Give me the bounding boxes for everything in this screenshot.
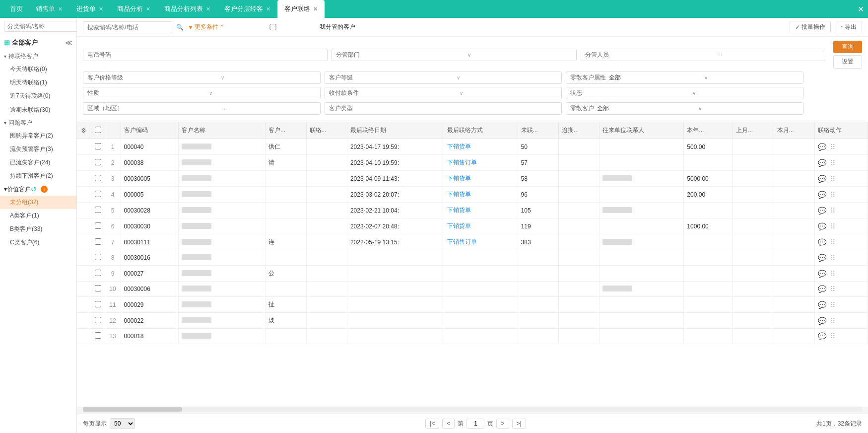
qr-icon[interactable]: ⠿ bbox=[830, 207, 835, 215]
first-page-button[interactable]: |< bbox=[425, 419, 439, 429]
qr-icon[interactable]: ⠿ bbox=[830, 301, 835, 309]
sidebar-item-abnormal[interactable]: 囤购异常客户(2) bbox=[0, 129, 76, 143]
check-cell[interactable] bbox=[91, 139, 105, 155]
sidebar-item-tomorrow[interactable]: 明天待联络(1) bbox=[0, 76, 76, 89]
type-column-header[interactable]: 客户... bbox=[266, 122, 306, 139]
close-icon[interactable]: ✕ bbox=[313, 6, 318, 12]
qr-icon[interactable]: ⠿ bbox=[830, 191, 835, 199]
region-filter[interactable]: 区域（地区） ··· bbox=[83, 102, 321, 115]
last-page-button[interactable]: >| bbox=[512, 419, 526, 429]
this-month-column-header[interactable]: 本月... bbox=[774, 122, 814, 139]
row-checkbox[interactable] bbox=[95, 254, 101, 260]
check-cell[interactable] bbox=[91, 203, 105, 218]
sidebar-item-7days[interactable]: 近7天待联络(0) bbox=[0, 89, 76, 103]
last-way-link[interactable]: 下销货单 bbox=[447, 143, 471, 150]
chat-icon[interactable]: 💬 bbox=[818, 301, 826, 309]
sidebar-item-lost[interactable]: 已流失客户(24) bbox=[0, 156, 76, 169]
customer-type-filter[interactable]: 客户类型 bbox=[325, 102, 562, 115]
last-way-link[interactable]: 下销货单 bbox=[447, 175, 471, 182]
nav-tab-product-list[interactable]: 商品分析列表 ✕ bbox=[157, 0, 217, 18]
chat-icon[interactable]: 💬 bbox=[818, 254, 826, 262]
reset-button[interactable]: 设置 bbox=[833, 55, 862, 69]
check-cell[interactable] bbox=[91, 187, 105, 203]
chat-icon[interactable]: 💬 bbox=[818, 317, 826, 325]
chat-icon[interactable]: 💬 bbox=[818, 159, 826, 167]
retail-customer-filter[interactable]: 零散客户 全部 ∨ bbox=[566, 102, 803, 115]
last-way-link[interactable]: 下销货单 bbox=[447, 191, 471, 198]
row-checkbox[interactable] bbox=[95, 270, 101, 276]
row-checkbox[interactable] bbox=[95, 301, 101, 307]
qr-icon[interactable]: ⠿ bbox=[830, 332, 835, 340]
chat-icon[interactable]: 💬 bbox=[818, 143, 826, 151]
search-input[interactable] bbox=[83, 21, 172, 33]
retail-attr-filter[interactable]: 零散客户属性 全部 ∨ bbox=[566, 72, 803, 84]
more-icon[interactable]: ··· bbox=[222, 105, 316, 112]
query-button[interactable]: 查询 bbox=[833, 41, 862, 53]
close-icon[interactable]: ✕ bbox=[206, 6, 210, 12]
last-date-column-header[interactable]: 最后联络日期 bbox=[347, 122, 444, 139]
chat-icon[interactable]: 💬 bbox=[818, 207, 826, 215]
check-cell[interactable] bbox=[91, 218, 105, 234]
last-month-column-header[interactable]: 上月... bbox=[733, 122, 774, 139]
qr-icon[interactable]: ⠿ bbox=[830, 285, 835, 293]
row-checkbox[interactable] bbox=[95, 143, 101, 149]
scrollbar-thumb[interactable] bbox=[83, 407, 182, 412]
sidebar-section-problem[interactable]: ▾ 问题客户 bbox=[0, 117, 76, 129]
contact-column-header[interactable]: 联络... bbox=[306, 122, 347, 139]
no-contact-column-header[interactable]: 未联... bbox=[518, 122, 558, 139]
check-cell[interactable] bbox=[91, 155, 105, 171]
row-checkbox[interactable] bbox=[95, 285, 101, 291]
phone-input[interactable] bbox=[114, 51, 323, 58]
last-way-column-header[interactable]: 最后联络方式 bbox=[444, 122, 518, 139]
qr-icon[interactable]: ⠿ bbox=[830, 143, 835, 151]
page-size-select[interactable]: 50 100 bbox=[110, 418, 135, 429]
sidebar-item-today[interactable]: 今天待联络(0) bbox=[0, 63, 76, 76]
chat-icon[interactable]: 💬 bbox=[818, 175, 826, 183]
row-checkbox[interactable] bbox=[95, 159, 101, 165]
nav-tab-customer-tier[interactable]: 客户分层经客 ✕ bbox=[217, 0, 277, 18]
sidebar-item-declining[interactable]: 持续下滑客户(2) bbox=[0, 169, 76, 183]
last-way-link[interactable]: 下销货单 bbox=[447, 222, 471, 229]
qr-icon[interactable]: ⠿ bbox=[830, 270, 835, 278]
status-filter[interactable]: 状态 ∨ bbox=[566, 87, 803, 99]
sidebar-item-c-class[interactable]: C类客户(6) bbox=[0, 236, 76, 249]
gear-column-header[interactable]: ⚙ bbox=[77, 122, 91, 139]
qr-icon[interactable]: ⠿ bbox=[830, 175, 835, 183]
more-conditions-button[interactable]: ▼ 更多条件 ⌃ bbox=[188, 23, 224, 31]
export-button[interactable]: ↑ 导出 bbox=[835, 21, 862, 33]
search-button[interactable]: 🔍 bbox=[176, 24, 184, 31]
row-checkbox[interactable] bbox=[95, 332, 101, 339]
payment-filter[interactable]: 收付款条件 ∨ bbox=[325, 87, 562, 99]
code-column-header[interactable]: 客户编码 bbox=[121, 122, 178, 139]
chat-icon[interactable]: 💬 bbox=[818, 270, 826, 278]
check-cell[interactable] bbox=[91, 171, 105, 187]
sidebar-section-value[interactable]: ▾ 价值客户 ↺ ! bbox=[0, 183, 76, 196]
close-icon[interactable]: ✕ bbox=[146, 6, 150, 12]
last-way-link[interactable]: 下销货单 bbox=[447, 207, 471, 214]
nature-filter[interactable]: 性质 ∨ bbox=[83, 87, 321, 99]
window-close-button[interactable]: ✕ bbox=[858, 4, 864, 14]
last-way-link[interactable]: 下销售订单 bbox=[447, 159, 477, 166]
close-icon[interactable]: ✕ bbox=[99, 6, 103, 12]
sidebar-item-ungroup[interactable]: 未分组(32) bbox=[0, 196, 76, 209]
qr-icon[interactable]: ⠿ bbox=[830, 222, 835, 230]
sidebar-search-input[interactable] bbox=[4, 21, 77, 32]
overdue-column-header[interactable]: 逾期... bbox=[558, 122, 599, 139]
more-icon[interactable]: ··· bbox=[717, 51, 821, 58]
qr-icon[interactable]: ⠿ bbox=[830, 238, 835, 246]
check-cell[interactable] bbox=[91, 313, 105, 329]
customer-level-filter[interactable]: 客户等级 ∨ bbox=[325, 72, 562, 84]
price-level-filter[interactable]: 客户价格等级 ∨ bbox=[83, 72, 321, 84]
name-column-header[interactable]: 客户名称 bbox=[178, 122, 265, 139]
row-checkbox[interactable] bbox=[95, 222, 101, 229]
nav-tab-purchase[interactable]: 进货单 ✕ bbox=[69, 0, 110, 18]
chat-icon[interactable]: 💬 bbox=[818, 191, 826, 199]
dept-filter[interactable]: 分管部门 ∨ bbox=[332, 49, 576, 61]
horizontal-scrollbar[interactable] bbox=[83, 407, 862, 412]
row-checkbox[interactable] bbox=[95, 175, 101, 181]
row-checkbox[interactable] bbox=[95, 238, 101, 245]
row-checkbox[interactable] bbox=[95, 191, 101, 197]
batch-ops-button[interactable]: ✓ 批量操作 bbox=[790, 21, 831, 33]
sync-icon[interactable]: ↺ bbox=[31, 185, 37, 193]
sidebar-section-pending[interactable]: ▾ 待联络客户 bbox=[0, 50, 76, 63]
